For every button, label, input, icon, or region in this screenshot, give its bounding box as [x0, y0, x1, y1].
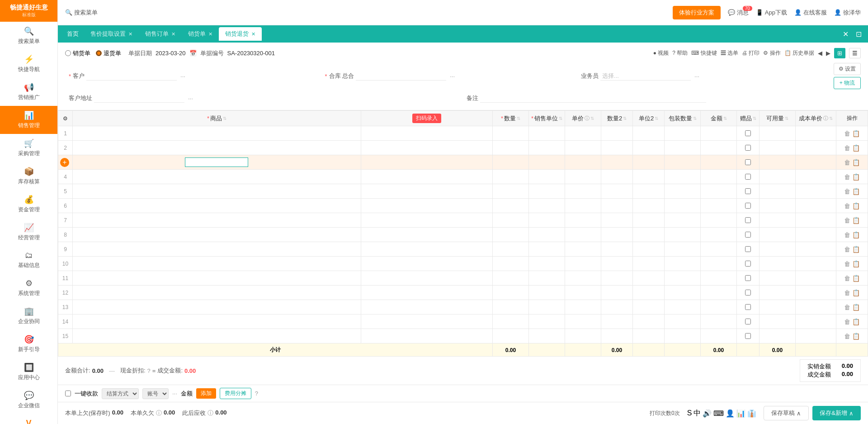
- tabs-expand-btn[interactable]: ⊡: [853, 29, 864, 39]
- sidebar-item-search[interactable]: 🔍 搜索菜单: [0, 22, 57, 50]
- amount-cell[interactable]: [701, 314, 737, 329]
- price-cell[interactable]: [565, 329, 601, 343]
- sidebar-item-system[interactable]: ⚙ 系统管理: [0, 274, 57, 302]
- unit-cell[interactable]: [529, 329, 565, 343]
- pack-cell[interactable]: [665, 300, 701, 314]
- select-btn[interactable]: ☰ 选单: [721, 49, 738, 57]
- copy-row-btn[interactable]: 📋: [852, 333, 860, 340]
- payment-help-icon[interactable]: ?: [255, 390, 258, 397]
- gift-cell[interactable]: [737, 242, 760, 257]
- pack-cell[interactable]: [665, 155, 701, 170]
- amount-cell[interactable]: [701, 126, 737, 141]
- tab-close-icon[interactable]: ✕: [208, 31, 212, 37]
- warehouse-input[interactable]: [356, 71, 446, 81]
- delete-row-btn[interactable]: 🗑: [844, 260, 850, 267]
- qty-cell[interactable]: [493, 286, 529, 300]
- th-settings[interactable]: ⚙: [58, 111, 73, 126]
- tab-home[interactable]: 首页: [61, 27, 84, 41]
- unit2-cell[interactable]: [633, 329, 665, 343]
- product-cell[interactable]: [73, 228, 361, 242]
- sidebar-item-operation[interactable]: 📈 经营管理: [0, 218, 57, 246]
- price-cell[interactable]: [565, 170, 601, 184]
- pack-cell[interactable]: [665, 184, 701, 199]
- sort-icon[interactable]: ⇅: [590, 116, 594, 121]
- amount-cell[interactable]: [701, 184, 737, 199]
- gift-cell[interactable]: [737, 329, 760, 343]
- add-payment-btn[interactable]: 添加: [196, 388, 216, 399]
- copy-row-btn[interactable]: 📋: [852, 173, 860, 181]
- unit-cell[interactable]: [529, 213, 565, 228]
- copy-row-btn[interactable]: 📋: [852, 188, 860, 195]
- amount-cell[interactable]: [701, 300, 737, 314]
- settings-btn[interactable]: ⚙ 设置: [834, 63, 861, 75]
- sort-icon[interactable]: ⇅: [785, 116, 788, 121]
- sidebar-item-enterprise[interactable]: 🏢 企业协同: [0, 302, 57, 330]
- qty-cell[interactable]: [493, 184, 529, 199]
- qty2-cell[interactable]: [601, 242, 633, 257]
- tab-close-icon[interactable]: ✕: [251, 31, 255, 37]
- copy-row-btn[interactable]: 📋: [852, 304, 860, 311]
- tab-sales-order[interactable]: 销售订单 ✕: [139, 27, 182, 41]
- date-value[interactable]: 2023-03-20: [156, 50, 186, 57]
- delete-row-btn[interactable]: 🗑: [844, 318, 850, 325]
- tab-sales-delivery[interactable]: 销货单 ✕: [182, 27, 219, 41]
- unit2-cell[interactable]: [633, 314, 665, 329]
- save-new-btn[interactable]: 保存&新增 ∧: [812, 406, 861, 420]
- help-btn[interactable]: ? 帮助: [672, 49, 688, 57]
- product-cell[interactable]: [73, 314, 361, 329]
- tool4-icon[interactable]: 👤: [726, 409, 735, 418]
- copy-row-btn[interactable]: 📋: [852, 130, 860, 137]
- qty-cell[interactable]: [493, 155, 529, 170]
- gift-checkbox[interactable]: [745, 203, 751, 209]
- pack-cell[interactable]: [665, 242, 701, 257]
- sidebar-item-guide[interactable]: 🎯 新手引导: [0, 330, 57, 358]
- gift-checkbox[interactable]: [745, 232, 751, 238]
- qty2-cell[interactable]: [601, 271, 633, 286]
- pack-cell[interactable]: [665, 141, 701, 155]
- price-cell[interactable]: [565, 228, 601, 242]
- tool2-icon[interactable]: 🔊: [703, 409, 712, 418]
- price-cell[interactable]: [565, 141, 601, 155]
- tool5-icon[interactable]: 📊: [736, 409, 745, 418]
- radio-delivery[interactable]: 销货单: [65, 49, 90, 57]
- qty2-cell[interactable]: [601, 155, 633, 170]
- delete-row-btn[interactable]: 🗑: [844, 333, 850, 340]
- pack-cell[interactable]: [665, 329, 701, 343]
- gift-checkbox[interactable]: [745, 333, 751, 339]
- gift-cell[interactable]: [737, 314, 760, 329]
- gift-checkbox[interactable]: [745, 145, 751, 151]
- product-cell[interactable]: [73, 141, 361, 155]
- price-cell[interactable]: [565, 271, 601, 286]
- amount-cell[interactable]: [701, 170, 737, 184]
- unit-cell[interactable]: [529, 242, 565, 257]
- price-cell[interactable]: [565, 126, 601, 141]
- staff-dots[interactable]: ···: [694, 73, 699, 80]
- sort-icon[interactable]: ⇅: [723, 116, 727, 121]
- gift-cell[interactable]: [737, 184, 760, 199]
- user-btn[interactable]: 👤 徐泽华: [834, 9, 861, 17]
- qty-cell[interactable]: [493, 329, 529, 343]
- unit2-cell[interactable]: [633, 170, 665, 184]
- unit-cell[interactable]: [529, 170, 565, 184]
- unit-cell[interactable]: [529, 155, 565, 170]
- unit-cell[interactable]: [529, 286, 565, 300]
- copy-row-btn[interactable]: 📋: [852, 231, 860, 238]
- amount-cell[interactable]: [701, 155, 737, 170]
- qty2-cell[interactable]: [601, 329, 633, 343]
- copy-row-btn[interactable]: 📋: [852, 144, 860, 152]
- pack-cell[interactable]: [665, 271, 701, 286]
- unit2-cell[interactable]: [633, 286, 665, 300]
- qty-cell[interactable]: [493, 314, 529, 329]
- delete-row-btn[interactable]: 🗑: [844, 188, 850, 195]
- amount-cell[interactable]: [701, 242, 737, 257]
- amount-cell[interactable]: [701, 329, 737, 343]
- sort-icon[interactable]: ⇅: [655, 116, 658, 121]
- gift-cell[interactable]: [737, 199, 760, 213]
- gift-checkbox[interactable]: [745, 275, 751, 281]
- delete-row-btn[interactable]: 🗑: [844, 144, 850, 152]
- amount-cell[interactable]: [701, 199, 737, 213]
- th-scan[interactable]: 扫码录入: [361, 111, 492, 126]
- calendar-icon[interactable]: 📅: [189, 50, 197, 57]
- unit2-cell[interactable]: [633, 242, 665, 257]
- product-input[interactable]: [185, 157, 248, 167]
